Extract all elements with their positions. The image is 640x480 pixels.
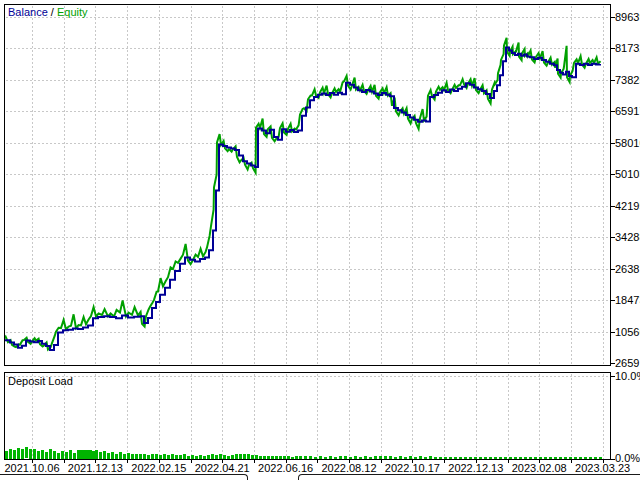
y-axis-label: 18473	[615, 295, 640, 306]
y-axis-label: 50103	[615, 169, 640, 180]
x-axis-label: 2023.02.08	[512, 463, 567, 474]
y-axis-label: 65917	[615, 106, 640, 117]
y-axis-label: 89639	[615, 12, 640, 23]
y-axis-label: 2659	[615, 358, 639, 369]
x-axis-label: 2022.04.21	[195, 463, 250, 474]
chart-legend: Balance / Equity	[8, 7, 88, 18]
x-axis-label: 2022.08.12	[321, 463, 376, 474]
x-axis-label: 2022.06.16	[258, 463, 313, 474]
y-axis-label: 10566	[615, 327, 640, 338]
strategy-tester-graph: { "legend": { "balance_label": "Balance"…	[0, 0, 640, 480]
y-axis-label: 81732	[615, 43, 640, 54]
bottom-cutoff-panel-right	[298, 474, 640, 480]
legend-equity-label: Equity	[57, 6, 88, 18]
deposit-load-title: Deposit Load	[8, 376, 73, 387]
deposit-min-label: 0.0%	[615, 453, 640, 464]
y-axis-label: 34288	[615, 232, 640, 243]
y-axis-label: 73825	[615, 75, 640, 86]
x-axis-label: 2022.10.17	[385, 463, 440, 474]
deposit-max-label: 10.0%	[615, 371, 640, 382]
x-axis-label: 2022.12.13	[448, 463, 503, 474]
x-axis-label: 2021.12.13	[68, 463, 123, 474]
legend-separator: /	[48, 6, 57, 18]
x-axis-label: 2023.03.23	[575, 463, 630, 474]
x-axis-label: 2022.02.15	[131, 463, 186, 474]
y-axis-label: 58010	[615, 138, 640, 149]
y-axis-label: 42195	[615, 201, 640, 212]
bottom-cutoff-panel-left	[0, 474, 248, 480]
x-axis-label: 2021.10.06	[4, 463, 59, 474]
tester-chart-canvas	[0, 0, 640, 480]
legend-balance-label: Balance	[8, 6, 48, 18]
y-axis-label: 26381	[615, 264, 640, 275]
